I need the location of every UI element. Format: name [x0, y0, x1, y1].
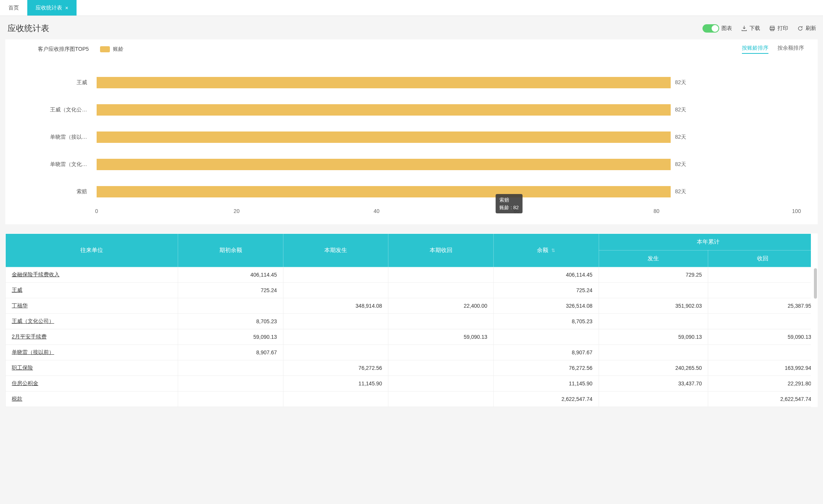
table-head: 往来单位 期初余额 本期发生 本期收回 余额 ⇅ 本年累计 发生 收回	[6, 234, 818, 267]
unit-link[interactable]: 金融保险手续费收入	[12, 271, 59, 277]
table-row: 税款2,622,547.742,622,547.74	[6, 391, 818, 407]
bar-value-label: 82天	[675, 188, 687, 195]
cell-balance: 725.24	[493, 283, 599, 298]
th-received[interactable]: 本期收回	[388, 234, 494, 267]
th-opening[interactable]: 期初余额	[178, 234, 283, 267]
bar-value-label: 82天	[675, 161, 687, 168]
cell-opening	[178, 360, 283, 376]
unit-link[interactable]: 职工保险	[12, 365, 33, 371]
cell-received	[388, 391, 494, 407]
table-row: 丁福华348,914.0822,400.00326,514.08351,902.…	[6, 298, 818, 314]
th-ytd-received[interactable]: 收回	[708, 250, 818, 267]
th-occurred[interactable]: 本期发生	[283, 234, 388, 267]
cell-ytd_occurred: 240,265.50	[599, 360, 708, 376]
legend-swatch	[100, 46, 110, 52]
chart-bar[interactable]: 索赔82天	[97, 178, 796, 205]
cell-unit: 丁福华	[6, 298, 178, 314]
chart-legend[interactable]: 账龄	[100, 46, 124, 53]
th-ytd: 本年累计	[599, 234, 817, 250]
refresh-icon	[797, 25, 803, 31]
unit-link[interactable]: 王威	[12, 287, 22, 293]
th-ytd-occurred[interactable]: 发生	[599, 250, 708, 267]
unit-link[interactable]: 单晓雷（接以前）	[12, 349, 54, 355]
cell-ytd_received: 22,291.80	[708, 376, 818, 391]
vertical-scrollbar[interactable]	[811, 233, 818, 407]
cell-balance: 11,145.90	[493, 376, 599, 391]
tab-home-label: 首页	[8, 5, 19, 11]
chart-bar[interactable]: 王威（文化公…82天	[97, 96, 796, 124]
th-balance[interactable]: 余额 ⇅	[493, 234, 599, 267]
cell-opening: 8,705.23	[178, 314, 283, 329]
header-actions: 图表 下载 打印 刷新	[703, 24, 816, 33]
cell-unit: 王威	[6, 283, 178, 298]
cell-balance: 8,705.23	[493, 314, 599, 329]
cell-occurred	[283, 329, 388, 345]
tab-receivables[interactable]: 应收统计表 ×	[27, 0, 77, 16]
cell-occurred	[283, 391, 388, 407]
chart-panel: 客户应收排序图TOP5 账龄 按账龄排序 按余额排序 王威82天王威（文化公…8…	[5, 39, 818, 224]
tooltip-text: 账龄 : 82	[499, 204, 519, 211]
close-icon[interactable]: ×	[65, 5, 68, 11]
data-table-wrap: 往来单位 期初余额 本期发生 本期收回 余额 ⇅ 本年累计 发生 收回 金融保险…	[5, 233, 818, 407]
cell-received	[388, 376, 494, 391]
print-label: 打印	[778, 25, 788, 32]
svg-rect-2	[771, 29, 774, 31]
table-body: 金融保险手续费收入406,114.45406,114.45729.25王威725…	[6, 267, 818, 407]
x-axis: 020406080100	[97, 205, 796, 217]
cell-balance: 406,114.45	[493, 267, 599, 283]
th-unit[interactable]: 往来单位	[6, 234, 178, 267]
data-table: 往来单位 期初余额 本期发生 本期收回 余额 ⇅ 本年累计 发生 收回 金融保险…	[5, 233, 818, 407]
cell-balance: 326,514.08	[493, 298, 599, 314]
bar-value-label: 82天	[675, 79, 687, 86]
table-row: 单晓雷（接以前）8,907.678,907.67	[6, 345, 818, 360]
cell-received	[388, 360, 494, 376]
tab-home[interactable]: 首页	[0, 0, 27, 16]
bar-category-label: 单晓雷（接以…	[19, 134, 87, 141]
download-button[interactable]: 下载	[741, 25, 760, 32]
cell-unit: 金融保险手续费收入	[6, 267, 178, 283]
cell-unit: 单晓雷（接以前）	[6, 345, 178, 360]
cell-received: 22,400.00	[388, 298, 494, 314]
print-button[interactable]: 打印	[769, 25, 788, 32]
cell-ytd_occurred: 33,437.70	[599, 376, 708, 391]
cell-ytd_occurred	[599, 283, 708, 298]
cell-ytd_received	[708, 345, 818, 360]
page-header: 应收统计表 图表 下载 打印 刷新	[0, 16, 823, 39]
unit-link[interactable]: 2月平安手续费	[12, 333, 47, 340]
bar-chart: 王威82天王威（文化公…82天单晓雷（接以…82天单晓雷（文化…82天索赔82天…	[19, 69, 804, 217]
cell-unit: 住房公积金	[6, 376, 178, 391]
chart-bar[interactable]: 王威82天	[97, 69, 796, 96]
sort-desc-icon: ⇅	[551, 248, 555, 253]
x-axis-tick: 100	[792, 208, 801, 214]
cell-ytd_received	[708, 267, 818, 283]
chart-bar[interactable]: 单晓雷（接以…82天	[97, 124, 796, 151]
scrollbar-thumb[interactable]	[814, 268, 817, 299]
cell-occurred	[283, 283, 388, 298]
cell-balance	[493, 329, 599, 345]
table-row: 2月平安手续费59,090.1359,090.1359,090.1359,090…	[6, 329, 818, 345]
unit-link[interactable]: 丁福华	[12, 302, 28, 308]
cell-occurred: 76,272.56	[283, 360, 388, 376]
unit-link[interactable]: 税款	[12, 396, 22, 402]
sort-by-age[interactable]: 按账龄排序	[742, 45, 768, 54]
cell-occurred: 348,914.08	[283, 298, 388, 314]
bar-category-label: 王威	[19, 79, 87, 86]
table-row: 王威725.24725.24	[6, 283, 818, 298]
x-axis-tick: 20	[234, 208, 240, 214]
print-icon	[769, 25, 775, 31]
bar-value-label: 82天	[675, 106, 687, 113]
cell-received	[388, 283, 494, 298]
legend-label: 账龄	[113, 46, 124, 53]
refresh-button[interactable]: 刷新	[797, 25, 816, 32]
unit-link[interactable]: 住房公积金	[12, 380, 38, 386]
table-row: 住房公积金11,145.9011,145.9033,437.7022,291.8…	[6, 376, 818, 391]
x-axis-tick: 40	[374, 208, 380, 214]
cell-unit: 职工保险	[6, 360, 178, 376]
cell-ytd_received: 163,992.94	[708, 360, 818, 376]
chart-bar[interactable]: 单晓雷（文化…82天	[97, 151, 796, 178]
cell-unit: 2月平安手续费	[6, 329, 178, 345]
sort-by-balance[interactable]: 按余额排序	[778, 45, 804, 54]
cell-opening	[178, 298, 283, 314]
unit-link[interactable]: 王威（文化公司）	[12, 318, 54, 324]
chart-toggle[interactable]	[703, 24, 719, 33]
